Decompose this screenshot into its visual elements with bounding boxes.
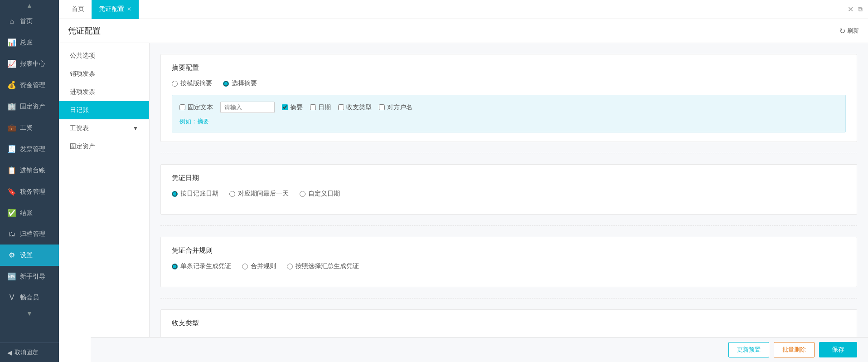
refresh-icon: ↻ <box>839 27 845 35</box>
refresh-label: 刷新 <box>847 27 859 35</box>
radio-custom-date-label: 自定义日期 <box>308 190 340 198</box>
tab-home-label: 首页 <box>72 5 84 13</box>
sidebar-item-reports[interactable]: 📈 报表中心 <box>0 53 59 74</box>
radio-template-input[interactable] <box>172 81 178 87</box>
radio-single[interactable]: 单条记录生成凭证 <box>172 262 231 270</box>
checkbox-fixed-text[interactable]: 固定文本 <box>179 103 213 112</box>
tax-icon: 🔖 <box>7 187 16 196</box>
sidebar-item-tax[interactable]: 🔖 税务管理 <box>0 181 59 202</box>
window-close-icon[interactable]: ✕ <box>848 5 853 14</box>
radio-select-merge-label: 按照选择汇总生成凭证 <box>296 262 359 270</box>
radio-merge-rule[interactable]: 合并规则 <box>242 262 276 270</box>
divider-3 <box>160 298 857 298</box>
left-nav-purchase-label: 进项发票 <box>70 88 95 96</box>
assets-icon: 🏢 <box>7 102 16 111</box>
checkbox-counterpart-label: 对方户名 <box>387 103 412 112</box>
bottom-bar: 更新预置 批量删除 保存 <box>91 337 868 362</box>
checkbox-summary[interactable]: 摘要 <box>282 103 303 112</box>
left-nav-public[interactable]: 公共选项 <box>59 47 149 65</box>
left-nav-fixed-assets[interactable]: 固定资产 <box>59 137 149 156</box>
sidebar-item-ledger[interactable]: 📊 总账 <box>0 32 59 53</box>
checkbox-income-type-input[interactable] <box>338 104 344 110</box>
radio-due-last-label: 对应期间最后一天 <box>238 190 289 198</box>
window-restore-icon[interactable]: ⧉ <box>858 5 863 13</box>
tab-voucher-config[interactable]: 凭证配置 ✕ <box>92 0 139 19</box>
checkbox-income-type[interactable]: 收支类型 <box>338 103 372 112</box>
checkbox-date-input[interactable] <box>310 104 316 110</box>
sidebar-item-label: 设置 <box>20 251 33 259</box>
tab-bar-actions: ✕ ⧉ <box>848 5 863 14</box>
left-nav-sales-label: 销项发票 <box>70 70 95 78</box>
radio-journal-date-input[interactable] <box>172 191 178 197</box>
radio-single-input[interactable] <box>172 264 178 269</box>
sidebar-item-member[interactable]: V 畅会员 <box>0 287 59 308</box>
main-area: 首页 凭证配置 ✕ ✕ ⧉ 凭证配置 ↻ 刷新 公共选项 销项发票 进项 <box>59 0 868 362</box>
batch-delete-button[interactable]: 批量删除 <box>774 342 815 357</box>
sidebar-item-home[interactable]: ⌂ 首页 <box>0 11 59 32</box>
sidebar-item-label: 报表中心 <box>20 60 45 68</box>
checkbox-counterpart-input[interactable] <box>379 104 385 110</box>
summary-section: 摘要配置 按模版摘要 选择摘要 固定文本 <box>160 54 857 142</box>
sidebar-item-settle[interactable]: ✅ 结账 <box>0 202 59 224</box>
sidebar-item-settings[interactable]: ⚙ 设置 <box>0 245 59 266</box>
summary-radio-group: 按模版摘要 选择摘要 <box>172 79 846 88</box>
sidebar-item-invoice[interactable]: 🧾 发票管理 <box>0 138 59 160</box>
radio-journal-date[interactable]: 按日记账日期 <box>172 190 218 198</box>
unpin-icon: ◀ <box>7 349 12 356</box>
checkbox-fixed-text-input[interactable] <box>179 104 185 110</box>
sidebar-item-label: 新手引导 <box>20 273 45 281</box>
left-nav-purchase-inv[interactable]: 进项发票 <box>59 83 149 101</box>
radio-due-last[interactable]: 对应期间最后一天 <box>229 190 289 198</box>
checkbox-counterpart[interactable]: 对方户名 <box>379 103 412 112</box>
sidebar-item-payroll[interactable]: 💼 工资 <box>0 117 59 138</box>
sidebar-item-label: 归档管理 <box>20 230 45 238</box>
radio-merge-rule-input[interactable] <box>242 264 248 269</box>
sidebar-scroll-up[interactable]: ▲ <box>0 0 59 11</box>
sidebar-item-label: 固定资产 <box>20 103 45 111</box>
fixed-text-input[interactable] <box>220 102 275 113</box>
checkbox-summary-input[interactable] <box>282 104 288 110</box>
sidebar-item-label: 资金管理 <box>20 81 45 89</box>
sidebar-item-assets[interactable]: 🏢 固定资产 <box>0 96 59 117</box>
radio-journal-date-label: 按日记账日期 <box>180 190 218 198</box>
chevron-down-icon: ▼ <box>133 125 138 132</box>
funds-icon: 💰 <box>7 81 16 89</box>
left-nav-payroll-table[interactable]: 工资表 ▼ <box>59 119 149 137</box>
sidebar-unpin-button[interactable]: ◀ 取消固定 <box>0 342 59 362</box>
ledger-icon: 📊 <box>7 38 16 47</box>
radio-template-label: 按模版摘要 <box>180 79 212 88</box>
payroll-icon: 💼 <box>7 123 16 132</box>
radio-custom-date-input[interactable] <box>300 191 305 197</box>
checkbox-date[interactable]: 日期 <box>310 103 331 112</box>
radio-select-summary[interactable]: 选择摘要 <box>223 79 257 88</box>
tab-home[interactable]: 首页 <box>64 0 92 19</box>
sidebar-item-label: 发票管理 <box>20 145 45 153</box>
radio-custom-date[interactable]: 自定义日期 <box>300 190 340 198</box>
sidebar-item-funds[interactable]: 💰 资金管理 <box>0 74 59 96</box>
example-label: 例如： <box>179 118 197 125</box>
sidebar-item-label: 首页 <box>20 17 33 25</box>
update-preview-button[interactable]: 更新预置 <box>728 342 769 357</box>
sidebar-item-label: 结账 <box>20 209 33 217</box>
tab-close-icon[interactable]: ✕ <box>127 6 131 12</box>
sidebar-scroll-down[interactable]: ▼ <box>0 308 59 319</box>
sidebar-item-guide[interactable]: 🆕 新手引导 <box>0 266 59 287</box>
radio-select-merge-input[interactable] <box>287 264 293 269</box>
radio-select-input[interactable] <box>223 81 229 87</box>
merge-section: 凭证合并规则 单条记录生成凭证 合并规则 按照选择汇总生成凭证 <box>160 237 857 287</box>
date-section: 凭证日期 按日记账日期 对应期间最后一天 自定义日期 <box>160 164 857 215</box>
save-button[interactable]: 保存 <box>819 342 857 357</box>
radio-select-label: 选择摘要 <box>232 79 257 88</box>
left-nav-journal[interactable]: 日记账 <box>59 101 149 119</box>
radio-due-last-input[interactable] <box>229 191 235 197</box>
radio-template-summary[interactable]: 按模版摘要 <box>172 79 212 88</box>
radio-select-merge[interactable]: 按照选择汇总生成凭证 <box>287 262 359 270</box>
refresh-button[interactable]: ↻ 刷新 <box>839 27 859 35</box>
sidebar-item-archive[interactable]: 🗂 归档管理 <box>0 224 59 245</box>
sidebar-item-label: 总账 <box>20 39 33 47</box>
left-nav-sales[interactable]: 销项发票 <box>59 65 149 83</box>
divider-1 <box>160 153 857 153</box>
checkbox-income-type-label: 收支类型 <box>346 103 372 112</box>
guide-icon: 🆕 <box>7 272 16 281</box>
sidebar-item-purchase[interactable]: 📋 进销台账 <box>0 160 59 181</box>
